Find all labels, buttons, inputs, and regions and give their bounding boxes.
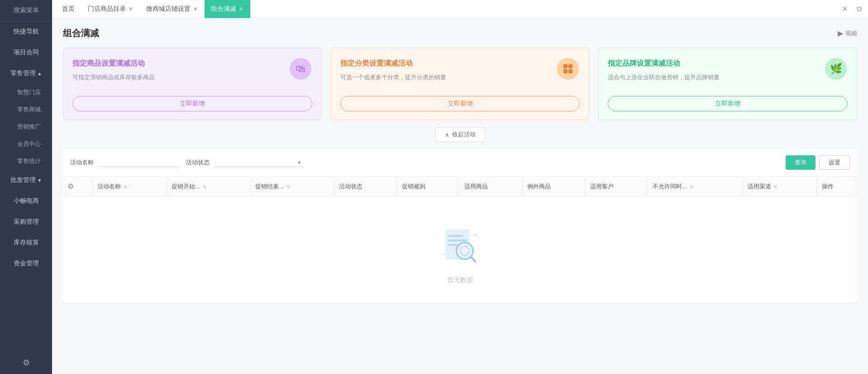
data-table: ⚙ 活动名称 ⇅ 促销开始... ⇅ 促销结束... ⇅ — [63, 177, 857, 302]
product-card-icon: 🛍 — [290, 58, 311, 80]
activity-card-product: 🛍 指定商品设置满减活动 可指定滞销商品或库存较多商品 立即新增 — [63, 48, 322, 120]
tab-store-catalog[interactable]: 门店商品目录 ✕ — [81, 0, 140, 18]
brand-card-add-btn[interactable]: 立即新增 — [608, 96, 848, 111]
sidebar-item-quick-nav[interactable]: 快捷导航 — [0, 21, 52, 42]
play-circle-icon: ▶ — [838, 29, 843, 38]
svg-line-9 — [471, 257, 475, 261]
main-area: 首页 门店商品目录 ✕ 微商城店铺设置 ✕ 组合满减 ✕ ✕ ⧉ 组合满减 ▶ … — [52, 0, 868, 374]
svg-rect-5 — [448, 235, 463, 237]
col-applicable-goods-label: 适用商品 — [464, 183, 488, 190]
tab-combo-discount-close[interactable]: ✕ — [239, 6, 243, 12]
tab-ministore-settings[interactable]: 微商城店铺设置 ✕ — [140, 0, 205, 18]
sidebar-settings-btn[interactable]: ⚙ — [0, 351, 52, 374]
sidebar-item-wholesale-mgmt[interactable]: 批发管理 ▼ — [0, 170, 52, 191]
col-settings[interactable]: ⚙ — [63, 177, 92, 197]
sidebar-item-retail-mgmt[interactable]: 零售管理 ▲ — [0, 63, 52, 84]
col-promo-start-label: 促销开始... — [172, 183, 200, 190]
col-no-concurrent[interactable]: 不允许同时... ⇅ — [648, 177, 743, 197]
svg-rect-0 — [563, 64, 568, 68]
product-card-title: 指定商品设置满减活动 — [72, 59, 312, 68]
sidebar-item-marketing[interactable]: 营销推广 — [0, 118, 52, 135]
col-promo-rule-label: 促销规则 — [402, 183, 425, 190]
tab-ministore-settings-close[interactable]: ✕ — [193, 6, 198, 12]
activity-name-label: 活动名称 — [70, 158, 94, 167]
tab-restore-btn[interactable]: ⧉ — [854, 4, 864, 14]
col-applicable-customer: 适用客户 — [585, 177, 648, 197]
sidebar-search[interactable]: 搜索菜单 — [0, 0, 52, 21]
activity-status-label: 活动状态 — [186, 158, 210, 167]
filter-actions: 查询 设置 — [786, 155, 850, 170]
column-settings-gear-icon[interactable]: ⚙ — [67, 182, 74, 190]
tab-store-catalog-close[interactable]: ✕ — [129, 6, 133, 12]
empty-state-cell: 暂无数据 — [63, 197, 857, 303]
brand-card-desc: 适合与上游企业联合做营销，提升品牌销量 — [608, 73, 848, 88]
col-activity-name[interactable]: 活动名称 ⇅ — [92, 177, 167, 197]
col-promo-end[interactable]: 促销结束... ⇅ — [251, 177, 334, 197]
activity-cards: 🛍 指定商品设置满减活动 可指定滞销商品或库存较多商品 立即新增 指定分类设置满… — [63, 48, 857, 120]
col-applicable-channel-sort-icon: ⇅ — [773, 184, 777, 189]
empty-state: 暂无数据 — [63, 197, 857, 302]
tab-close-btn[interactable]: ✕ — [839, 4, 850, 14]
category-card-add-btn[interactable]: 立即新增 — [340, 96, 580, 111]
svg-rect-2 — [563, 69, 568, 73]
collapse-btn[interactable]: ∧ 收起活动 — [435, 127, 485, 142]
sidebar-item-inventory[interactable]: 库存核算 — [0, 232, 52, 253]
table-body: 暂无数据 — [63, 197, 857, 303]
activity-status-select[interactable]: 进行中 已结束 未开始 — [213, 158, 304, 167]
table-wrapper: ⚙ 活动名称 ⇅ 促销开始... ⇅ 促销结束... ⇅ — [63, 177, 857, 302]
sidebar-item-member-center[interactable]: 会员中心 — [0, 135, 52, 153]
col-applicable-channel[interactable]: 适用渠道 ⇅ — [743, 177, 817, 197]
product-card-add-btn[interactable]: 立即新增 — [72, 96, 312, 111]
sidebar-item-retail-mall[interactable]: 零售商城 — [0, 101, 52, 118]
col-promo-end-label: 促销结束... — [255, 183, 284, 190]
col-activity-status: 活动状态 — [334, 177, 397, 197]
collapse-arrow-icon: ∧ — [445, 131, 449, 138]
content-area: 组合满减 ▶ 视频 🛍 指定商品设置满减活动 可指定滞销商品或库存较多商品 立即… — [52, 18, 868, 374]
tab-combo-discount[interactable]: 组合满减 ✕ — [205, 0, 250, 18]
filter-activity-status: 活动状态 进行中 已结束 未开始 ▼ — [186, 158, 304, 167]
sidebar-item-smart-store[interactable]: 智慧门店 — [0, 84, 52, 101]
col-activity-name-sort-icon: ⇅ — [124, 184, 127, 189]
table-header: ⚙ 活动名称 ⇅ 促销开始... ⇅ 促销结束... ⇅ — [63, 177, 857, 197]
svg-rect-3 — [568, 69, 572, 73]
setting-btn[interactable]: 设置 — [819, 155, 850, 170]
col-applicable-customer-label: 适用客户 — [590, 183, 614, 190]
empty-state-text: 暂无数据 — [448, 276, 473, 284]
collapse-bar: ∧ 收起活动 — [63, 127, 857, 142]
sidebar-item-retail-stats[interactable]: 零售统计 — [0, 153, 52, 170]
wholesale-arrow-icon: ▼ — [38, 178, 42, 183]
col-activity-name-label: 活动名称 — [97, 183, 121, 190]
tab-bar-controls: ✕ ⧉ — [839, 4, 864, 14]
brand-card-title: 指定品牌设置满减活动 — [608, 59, 848, 68]
video-btn[interactable]: ▶ 视频 — [838, 29, 857, 38]
col-operation-label: 操作 — [822, 183, 834, 190]
sidebar-item-xiaochangec[interactable]: 小畅电商 — [0, 191, 52, 211]
empty-state-icon — [438, 224, 483, 269]
col-promo-start-sort-icon: ⇅ — [203, 184, 206, 189]
sidebar-item-fund-mgmt[interactable]: 资金管理 — [0, 253, 52, 274]
category-card-title: 指定分类设置满减活动 — [340, 59, 580, 68]
svg-point-12 — [442, 253, 444, 255]
filter-activity-name: 活动名称 — [70, 158, 179, 167]
activity-card-brand: 🌿 指定品牌设置满减活动 适合与上游企业联合做营销，提升品牌销量 立即新增 — [598, 48, 857, 120]
filter-row: 活动名称 活动状态 进行中 已结束 未开始 ▼ 查询 设置 — [63, 149, 857, 177]
sidebar: 搜索菜单 快捷导航 项目合同 零售管理 ▲ 智慧门店 零售商城 营销推广 会员中… — [0, 0, 52, 374]
empty-state-row: 暂无数据 — [63, 197, 857, 303]
page-title-row: 组合满减 ▶ 视频 — [63, 27, 857, 39]
sidebar-item-purchase-mgmt[interactable]: 采购管理 — [0, 211, 52, 232]
category-card-icon — [557, 58, 579, 80]
table-header-row: ⚙ 活动名称 ⇅ 促销开始... ⇅ 促销结束... ⇅ — [63, 177, 857, 197]
tab-bar: 首页 门店商品目录 ✕ 微商城店铺设置 ✕ 组合满减 ✕ ✕ ⧉ — [52, 0, 868, 18]
col-promo-start[interactable]: 促销开始... ⇅ — [167, 177, 251, 197]
col-no-concurrent-label: 不允许同时... — [653, 183, 687, 190]
svg-rect-6 — [448, 240, 467, 241]
col-exception-goods: 例外商品 — [522, 177, 585, 197]
query-btn[interactable]: 查询 — [786, 155, 816, 170]
col-promo-rule: 促销规则 — [397, 177, 460, 197]
tab-home[interactable]: 首页 — [56, 0, 81, 18]
sidebar-item-project-contract[interactable]: 项目合同 — [0, 42, 52, 63]
category-card-desc: 可选一个或者多个分类，提升分类的销量 — [340, 73, 580, 88]
activity-status-select-wrapper: 进行中 已结束 未开始 ▼ — [213, 158, 304, 167]
activity-name-input[interactable] — [97, 158, 179, 167]
brand-card-icon: 🌿 — [825, 58, 847, 80]
